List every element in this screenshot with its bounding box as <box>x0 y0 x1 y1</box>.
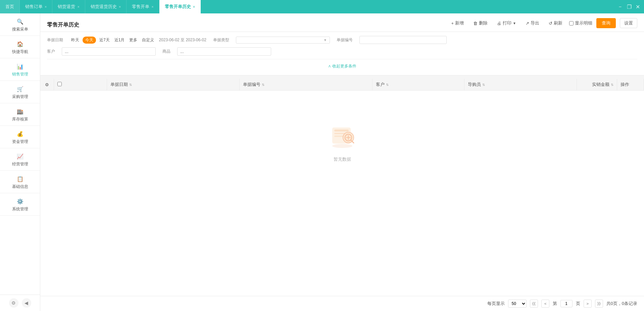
sidebar-bottom: ⚙ ◀ <box>0 295 40 311</box>
tab-sales-order-close[interactable]: × <box>45 5 47 9</box>
tab-retail-history[interactable]: 零售开单历史 × <box>159 0 201 13</box>
sidebar-label-sales: 销售管理 <box>12 71 28 77</box>
sidebar-collapse-icon[interactable]: ◀ <box>22 298 31 308</box>
settings-button[interactable]: 设置 <box>620 18 637 28</box>
th-amount-sort[interactable]: 实销金额 ⇅ <box>580 82 613 88</box>
tab-retail-open[interactable]: 零售开单 × <box>127 0 159 13</box>
th-guide-sort[interactable]: 导购员 ⇅ <box>468 82 573 88</box>
th-guide[interactable]: 导购员 ⇅ <box>464 79 577 91</box>
tab-home[interactable]: 首页 <box>0 0 20 13</box>
page-label: 第 <box>553 301 557 307</box>
customer-select[interactable]: ... <box>62 47 156 56</box>
customer-label: 客户 <box>47 49 55 54</box>
data-table: ⚙ 单据日期 ⇅ 单据编号 <box>40 79 644 91</box>
th-no-sort[interactable]: 单据编号 ⇅ <box>243 82 368 88</box>
query-button[interactable]: 查询 <box>596 18 616 28</box>
display-cols-checkbox[interactable] <box>569 21 574 25</box>
th-amount-label: 实销金额 <box>592 82 609 88</box>
new-button[interactable]: + 新增 <box>449 19 467 28</box>
print-icon: 🖨 <box>497 21 501 26</box>
basic-info-icon: 📋 <box>17 175 23 182</box>
th-customer[interactable]: 客户 ⇅ <box>372 79 464 91</box>
display-cols-toggle[interactable]: 显示明细 <box>569 20 592 26</box>
last-page-btn[interactable]: ⟩⟩ <box>595 300 603 308</box>
th-checkbox <box>54 79 107 91</box>
restore-icon[interactable]: ❐ <box>627 4 632 10</box>
filter-row-1: 单据日期 昨天 今天 近7天 近1月 更多 自定义 2023-06-02 至 2… <box>47 36 637 44</box>
th-date[interactable]: 单据日期 ⇅ <box>107 79 239 91</box>
doc-type-label: 单据类型 <box>213 37 229 43</box>
sort-amount-icon: ⇅ <box>611 83 613 87</box>
collapse-row: ∧ 收起更多条件 <box>47 59 637 71</box>
custom-btn[interactable]: 自定义 <box>141 37 155 44</box>
th-settings[interactable]: ⚙ <box>40 79 54 91</box>
per-page-select[interactable]: 50 100 200 <box>508 300 527 308</box>
page-header: 零售开单历史 + 新增 🗑 删除 🖨 打印 ▼ ↗ 导出 <box>40 13 644 32</box>
sidebar-item-inventory[interactable]: 🏬 库存核算 <box>0 103 40 126</box>
sidebar-item-system[interactable]: ⚙️ 系统管理 <box>0 193 40 216</box>
doc-type-arrow-icon: ▼ <box>324 38 327 42</box>
minimize-icon[interactable]: － <box>617 3 623 10</box>
select-all-checkbox[interactable] <box>57 82 62 86</box>
th-action-label: 操作 <box>621 82 629 87</box>
close-icon[interactable]: ✕ <box>636 4 640 10</box>
toolbar: + 新增 🗑 删除 🖨 打印 ▼ ↗ 导出 ↺ 刷新 <box>449 18 638 32</box>
sort-customer-icon: ⇅ <box>386 83 389 87</box>
export-button[interactable]: ↗ 导出 <box>523 19 542 28</box>
tab-sales-order-label: 销售订单 <box>25 4 43 10</box>
yesterday-btn[interactable]: 昨天 <box>70 37 81 44</box>
last7-btn[interactable]: 近7天 <box>98 37 111 44</box>
svg-rect-2 <box>334 129 349 132</box>
tab-sales-order[interactable]: 销售订单 × <box>20 0 52 13</box>
th-customer-label: 客户 <box>376 82 385 88</box>
doc-type-select[interactable]: ▼ <box>236 37 330 44</box>
table-area: ⚙ 单据日期 ⇅ 单据编号 <box>40 79 644 296</box>
last-month-btn[interactable]: 近1月 <box>113 37 126 44</box>
more-date-btn[interactable]: 更多 <box>128 37 139 44</box>
next-page-btn[interactable]: ＞ <box>584 300 592 308</box>
date-shortcuts: 昨天 今天 近7天 近1月 更多 自定义 2023-06-02 至 2023-0… <box>70 37 206 44</box>
sidebar-item-basic-info[interactable]: 📋 基础信息 <box>0 171 40 193</box>
pagination-bar: 每页显示 50 100 200 ⟨⟨ ＜ 第 页 ＞ ⟩⟩ 共0页，0条记录 <box>40 296 644 311</box>
tab-retail-open-close[interactable]: × <box>151 5 153 9</box>
sidebar-label-search: 搜索采单 <box>12 27 28 32</box>
system-icon: ⚙️ <box>17 198 23 205</box>
delete-button[interactable]: 🗑 删除 <box>470 19 490 28</box>
sidebar-label-inventory: 库存核算 <box>12 116 28 122</box>
prev-page-btn[interactable]: ＜ <box>541 300 549 308</box>
today-btn[interactable]: 今天 <box>83 37 96 44</box>
tab-sales-return-history[interactable]: 销货退货历史 × <box>85 0 127 13</box>
inventory-icon: 🏬 <box>17 108 23 115</box>
refresh-button[interactable]: ↺ 刷新 <box>546 19 565 28</box>
th-no[interactable]: 单据编号 ⇅ <box>240 79 372 91</box>
page-title: 零售开单历史 <box>47 21 79 29</box>
sidebar-item-sales[interactable]: 📊 销售管理 <box>0 58 40 81</box>
first-page-btn[interactable]: ⟨⟨ <box>530 300 538 308</box>
sidebar-item-purchase[interactable]: 🛒 采购管理 <box>0 81 40 103</box>
sort-date-icon: ⇅ <box>129 83 132 87</box>
doc-no-input[interactable] <box>359 36 447 44</box>
tab-retail-history-close[interactable]: × <box>193 5 195 9</box>
tab-sales-return-history-close[interactable]: × <box>119 5 121 9</box>
page-number-input[interactable] <box>560 300 573 307</box>
new-icon: + <box>451 21 454 26</box>
sidebar-item-operation[interactable]: 📈 经营管理 <box>0 148 40 171</box>
tab-sales-return-close[interactable]: × <box>77 5 79 9</box>
th-amount[interactable]: 实销金额 ⇅ <box>577 79 617 91</box>
sidebar-item-finance[interactable]: 💰 资金管理 <box>0 126 40 148</box>
column-settings-icon[interactable]: ⚙ <box>45 82 49 87</box>
tab-list: 首页 销售订单 × 销货退货 × 销货退货历史 × 零售开单 × 零售开单历史 … <box>0 0 613 13</box>
th-customer-sort[interactable]: 客户 ⇅ <box>376 82 461 88</box>
tab-sales-return[interactable]: 销货退货 × <box>52 0 85 13</box>
collapse-btn[interactable]: ∧ 收起更多条件 <box>326 61 358 71</box>
th-date-sort[interactable]: 单据日期 ⇅ <box>110 82 236 88</box>
th-guide-label: 导购员 <box>468 82 481 88</box>
sidebar-settings-icon[interactable]: ⚙ <box>9 298 18 308</box>
sort-guide-icon: ⇅ <box>482 83 485 87</box>
print-button[interactable]: 🖨 打印 ▼ <box>494 19 519 28</box>
top-navbar: 首页 销售订单 × 销货退货 × 销货退货历史 × 零售开单 × 零售开单历史 … <box>0 0 644 13</box>
print-label: 打印 <box>503 20 511 26</box>
goods-select[interactable]: ... <box>177 47 271 56</box>
sidebar-item-search[interactable]: 🔍 搜索采单 <box>0 13 40 36</box>
sidebar-item-quick-nav[interactable]: 🏠 快捷导航 <box>0 36 40 58</box>
